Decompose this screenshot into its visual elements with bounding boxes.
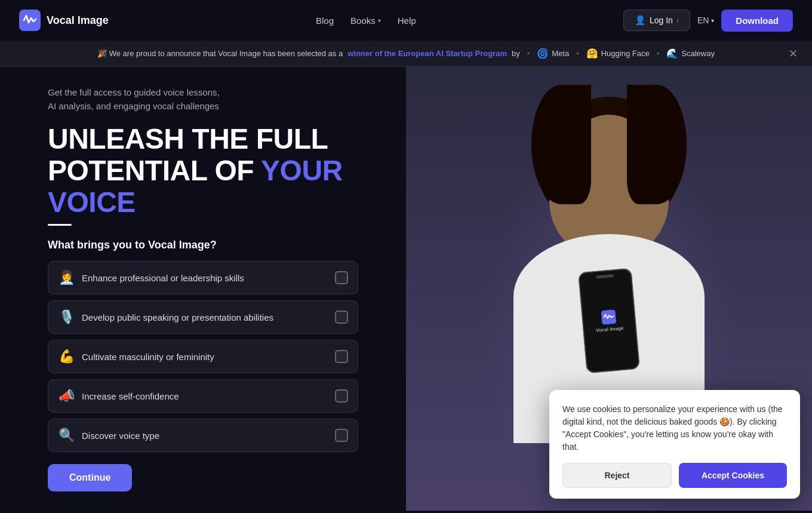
cookie-text: We use cookies to personalize your exper… <box>562 403 787 453</box>
option-emoji-4: 🔍 <box>58 428 75 443</box>
nav-books[interactable]: Books ▾ <box>350 16 381 26</box>
meta-icon: 🌀 <box>537 48 549 59</box>
option-emoji-2: 💪 <box>58 349 75 364</box>
nav-blog[interactable]: Blog <box>316 16 334 26</box>
reject-cookies-button[interactable]: Reject <box>562 463 672 488</box>
announcement-bar: 🎉 We are proud to announce that Vocal Im… <box>0 41 812 67</box>
option-emoji-3: 📣 <box>58 388 75 404</box>
navbar: Vocal Image Blog Books ▾ Help 👤 Log In ›… <box>0 0 812 41</box>
navbar-actions: 👤 Log In › EN ▾ Download <box>623 10 793 32</box>
partner-scaleway: 🌊 Scaleway <box>666 48 715 59</box>
survey-option-2[interactable]: 💪 Cultivate masculinity or femininity <box>48 340 358 373</box>
dot-separator-2: • <box>576 49 579 58</box>
navbar-nav: Blog Books ▾ Help <box>316 16 416 26</box>
option-checkbox-3[interactable] <box>335 389 348 403</box>
cookie-actions: Reject Accept Cookies <box>562 463 787 488</box>
phone-app-name: Vocal Image <box>596 325 624 333</box>
chevron-down-icon: ▾ <box>378 17 381 24</box>
close-announcement-button[interactable]: ✕ <box>789 48 798 59</box>
phone-notch <box>596 274 614 279</box>
huggingface-icon: 🤗 <box>586 48 598 59</box>
survey-question: What brings you to Vocal Image? <box>48 239 358 251</box>
option-label-4: Discover voice type <box>82 431 159 441</box>
hero-title: UNLEASH THE FULL POTENTIAL OF YOUR VOICE <box>48 124 358 218</box>
accept-cookies-button[interactable]: Accept Cookies <box>679 463 787 488</box>
partner-huggingface: 🤗 Hugging Face <box>586 48 650 59</box>
chevron-down-icon: ▾ <box>711 17 714 24</box>
vocal-image-logo-icon <box>19 10 41 31</box>
cookie-banner: We use cookies to personalize your exper… <box>549 390 800 499</box>
phone-logo-icon <box>601 309 616 325</box>
option-label-3: Increase self-confidence <box>82 391 179 401</box>
navbar-logo-area: Vocal Image <box>19 10 109 31</box>
person-icon: 👤 <box>635 15 646 26</box>
survey-option-4[interactable]: 🔍 Discover voice type <box>48 419 358 452</box>
survey-option-1[interactable]: 🎙️ Develop public speaking or presentati… <box>48 300 358 334</box>
option-label-0: Enhance professional or leadership skill… <box>82 273 244 283</box>
announcement-text-after: by <box>512 49 520 58</box>
login-button[interactable]: 👤 Log In › <box>623 10 690 31</box>
left-panel: Get the full access to guided voice less… <box>0 67 406 511</box>
title-divider <box>48 224 72 226</box>
option-label-1: Develop public speaking or presentation … <box>82 312 273 322</box>
option-left-1: 🎙️ Develop public speaking or presentati… <box>58 309 273 325</box>
language-selector[interactable]: EN ▾ <box>697 16 714 25</box>
survey-option-0[interactable]: 👩‍💼 Enhance professional or leadership s… <box>48 261 358 294</box>
option-left-2: 💪 Cultivate masculinity or femininity <box>58 349 214 364</box>
option-emoji-1: 🎙️ <box>58 309 75 325</box>
option-checkbox-4[interactable] <box>335 429 348 442</box>
option-left-3: 📣 Increase self-confidence <box>58 388 179 404</box>
option-label-2: Cultivate masculinity or femininity <box>82 352 214 362</box>
announcement-text-before: 🎉 We are proud to announce that Vocal Im… <box>97 49 343 58</box>
scaleway-icon: 🌊 <box>666 48 678 59</box>
option-checkbox-2[interactable] <box>335 350 348 363</box>
survey-option-3[interactable]: 📣 Increase self-confidence <box>48 379 358 413</box>
continue-button[interactable]: Continue <box>48 464 132 492</box>
hero-subtitle: Get the full access to guided voice less… <box>48 86 358 113</box>
option-left-0: 👩‍💼 Enhance professional or leadership s… <box>58 270 244 285</box>
winner-link[interactable]: winner of the European AI Startup Progra… <box>347 49 507 58</box>
right-panel: Vocal Image We use cookies to personaliz… <box>406 67 812 511</box>
download-button[interactable]: Download <box>721 10 793 32</box>
option-left-4: 🔍 Discover voice type <box>58 428 159 443</box>
option-emoji-0: 👩‍💼 <box>58 270 75 285</box>
option-checkbox-0[interactable] <box>335 271 348 284</box>
partner-meta: 🌀 Meta <box>537 48 569 59</box>
phone-screen: Vocal Image <box>594 309 623 333</box>
arrow-right-icon: › <box>676 16 679 24</box>
main-layout: Get the full access to guided voice less… <box>0 67 812 511</box>
option-checkbox-1[interactable] <box>335 311 348 324</box>
held-phone: Vocal Image <box>578 268 640 373</box>
survey-options-list: 👩‍💼 Enhance professional or leadership s… <box>48 261 358 452</box>
dot-separator-3: • <box>657 49 660 58</box>
hair-volume-right <box>627 85 687 204</box>
hair-volume-left <box>531 85 591 204</box>
dot-separator: • <box>527 49 530 58</box>
navbar-logo-text: Vocal Image <box>47 14 109 27</box>
nav-help[interactable]: Help <box>398 16 416 26</box>
